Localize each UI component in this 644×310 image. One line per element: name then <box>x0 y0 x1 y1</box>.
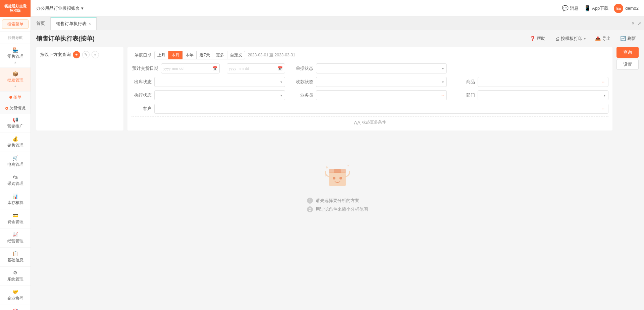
tab-active-label: 销售订单执行表 <box>56 21 87 27</box>
tab-active[interactable]: 销售订单执行表 × <box>51 17 97 30</box>
sidebar-item-purchase[interactable]: 🛍 采购管理 <box>0 171 31 190</box>
tab-home-label: 首页 <box>36 20 45 27</box>
topbar-title: 办公用品行业模拟账套 ▾ <box>36 5 84 11</box>
sidebar-item-retail-label: 零售管理 <box>7 54 23 59</box>
dept-select[interactable]: ▾ <box>478 90 608 100</box>
sidebar-item-wholesale[interactable]: 📦 批发管理 ▲ <box>0 68 31 92</box>
status-select[interactable]: ▾ <box>316 63 447 73</box>
tabbar-btns: × ⤢ <box>629 20 644 27</box>
product-more-icon[interactable]: ··· <box>602 80 605 84</box>
quicknav-section: 快捷导航 <box>0 32 31 44</box>
settings-button[interactable]: 设置 <box>616 59 639 70</box>
salesperson-field: 业务员 ··· <box>293 90 447 100</box>
salesperson-more-icon[interactable]: ··· <box>440 93 444 98</box>
export-button[interactable]: 📤 导出 <box>592 34 613 43</box>
customer-more-icon[interactable]: ··· <box>602 106 605 111</box>
exec-status-field: 执行状态 ▾ <box>131 90 285 100</box>
press-dot <box>9 96 12 99</box>
refresh-button[interactable]: 🔄 刷新 <box>618 34 639 43</box>
tip2-text: 用过滤条件来缩小分析范围 <box>316 206 368 212</box>
tab-close-icon[interactable]: × <box>89 21 91 26</box>
stock-icon: 📊 <box>12 194 18 199</box>
sidebar-item-marketing[interactable]: 📢 营销推广 <box>0 114 31 133</box>
customer-input[interactable]: ··· <box>154 104 608 114</box>
empty-icon <box>321 157 354 191</box>
sidebar-item-stock[interactable]: 📊 库存核算 <box>0 190 31 209</box>
date-range-text: 2023-03-01 至 2023-03-31 <box>248 52 295 58</box>
edit-scheme-button[interactable]: ✎ <box>82 51 90 58</box>
sidebar-item-operations[interactable]: 📈 经营管理 <box>0 228 31 248</box>
preset-this-year[interactable]: 本年 <box>182 51 197 59</box>
wholesale-icon: 📦 <box>12 71 18 76</box>
sidebar-sub-item-press[interactable]: 按单 <box>0 92 31 103</box>
message-icon: 💬 <box>562 5 569 11</box>
date-dash: — <box>221 66 225 71</box>
preset-more[interactable]: 更多 <box>213 51 227 59</box>
message-label: 消息 <box>570 5 579 11</box>
sidebar-item-finance[interactable]: 💳 资金管理 <box>0 209 31 228</box>
preset-last-month[interactable]: 上月 <box>154 51 168 59</box>
sidebar-item-sales[interactable]: 💰 销售管理 <box>0 133 31 152</box>
main-area: 办公用品行业模拟账套 ▾ 💬 消息 📱 App下载 Ea demo2 首页 <box>31 0 644 310</box>
expected-date-end[interactable]: yyyy-mm-dd 📅 <box>227 63 285 73</box>
collapse-more-button[interactable]: ⋀⋀ 收起更多条件 <box>354 119 386 125</box>
date-label: 单据日期 <box>131 52 152 58</box>
sidebar-item-system[interactable]: ⚙ 系统管理 <box>0 267 31 286</box>
exec-status-select[interactable]: ▾ <box>154 90 285 100</box>
search-button[interactable]: 查询 <box>616 47 639 58</box>
add-scheme-button[interactable]: + <box>73 51 80 58</box>
sidebar-item-enterprise[interactable]: 🤝 企业协同 <box>0 286 31 305</box>
svg-rect-2 <box>334 169 341 173</box>
expected-date-start[interactable]: yyyy-mm-dd 📅 <box>161 63 220 73</box>
filter-area: 按以下方案查询 + ✎ « <box>36 47 639 131</box>
close-window-icon[interactable]: × <box>632 20 635 27</box>
sidebar-item-basic-label: 基础信息 <box>7 257 23 263</box>
sidebar-item-retail[interactable]: 🏪 零售管理 ▲ <box>0 44 31 68</box>
product-input[interactable]: ··· <box>478 77 608 87</box>
receipt-status-select[interactable]: ▾ <box>316 77 447 87</box>
collapse-scheme-button[interactable]: « <box>92 51 99 58</box>
expected-date-label: 预计交货日期 <box>131 65 158 71</box>
finance-icon: 💳 <box>12 213 18 218</box>
sidebar-search-section: 搜索菜单 <box>0 17 31 32</box>
help-button[interactable]: ❓ 帮助 <box>527 34 548 43</box>
topbar-title-arrow[interactable]: ▾ <box>81 6 84 11</box>
sidebar-item-ecommerce[interactable]: 🛒 电商管理 <box>0 152 31 171</box>
basic-icon: 📋 <box>12 251 18 256</box>
topbar-actions: 💬 消息 📱 App下载 Ea demo2 <box>562 4 639 13</box>
scheme-label: 按以下方案查询 <box>40 52 71 58</box>
out-status-select[interactable]: ▾ <box>154 77 285 87</box>
user-action[interactable]: Ea demo2 <box>614 4 639 13</box>
calendar-end-icon: 📅 <box>278 66 283 71</box>
salesperson-label: 业务员 <box>293 92 313 98</box>
expand-icon[interactable]: ⤢ <box>637 21 641 26</box>
date-filter-row: 单据日期 上月 本月 本年 近7天 更多 自定义 2023-03-01 至 20… <box>131 51 608 59</box>
app-download-icon: 📱 <box>584 5 591 11</box>
search-menu-button[interactable]: 搜索菜单 <box>2 19 29 29</box>
ecommerce-icon: 🛒 <box>12 155 18 161</box>
sidebar-item-sales-label: 销售管理 <box>7 143 23 148</box>
message-action[interactable]: 💬 消息 <box>562 5 579 11</box>
topbar-title-text: 办公用品行业模拟账套 <box>36 5 80 11</box>
sidebar-item-newbie[interactable]: 🎯 新手引导 <box>0 305 31 310</box>
sidebar-sub-item-debt-label: 欠货情况 <box>9 105 25 111</box>
sidebar-item-basic[interactable]: 📋 基础信息 <box>0 248 31 267</box>
operations-icon: 📈 <box>12 232 18 237</box>
wholesale-arrow: ▲ <box>14 84 17 88</box>
tab-home[interactable]: 首页 <box>31 17 51 30</box>
salesperson-input[interactable]: ··· <box>316 90 447 100</box>
out-status-label: 出库状态 <box>131 79 152 85</box>
export-icon: 📤 <box>595 36 601 41</box>
preset-last-7[interactable]: 近7天 <box>197 51 213 59</box>
receipt-status-field: 收款状态 ▾ <box>293 77 447 87</box>
sidebar-sub-item-debt[interactable]: 欠货情况 <box>0 103 31 114</box>
preset-this-month[interactable]: 本月 <box>168 51 182 59</box>
search-settings-btns: 查询 设置 <box>616 47 639 131</box>
enterprise-icon: 🤝 <box>12 289 18 295</box>
preset-custom[interactable]: 自定义 <box>227 51 245 59</box>
print-button[interactable]: 🖨 按模板打印 ▾ <box>552 34 588 43</box>
app-download-action[interactable]: 📱 App下载 <box>584 5 608 11</box>
app-download-label: App下载 <box>592 5 608 11</box>
logo-subtext: 标准版 <box>10 8 21 13</box>
scheme-header: 按以下方案查询 + ✎ « <box>40 51 119 58</box>
